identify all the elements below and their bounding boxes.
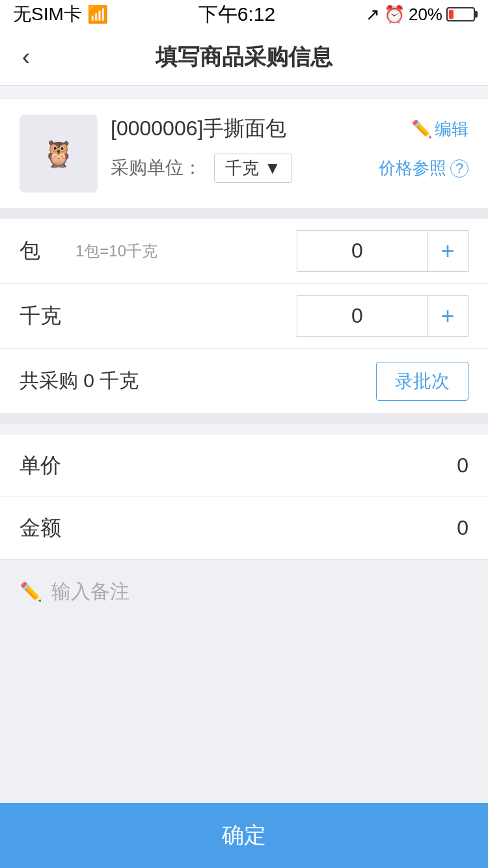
status-bar: 无SIM卡 📶 下午6:12 ↗ ⏰ 20% — [0, 0, 488, 29]
battery-fill — [449, 10, 454, 19]
pencil-icon: ✏️ — [20, 581, 42, 603]
price-ref-button[interactable]: 价格参照 ? — [379, 157, 468, 180]
summary-row: 共采购 0 千克 录批次 — [0, 349, 488, 414]
unit-label-group: 采购单位： 千克 ▼ — [111, 154, 292, 183]
wifi-icon: 📶 — [87, 5, 108, 25]
kg-input-box: + — [297, 295, 468, 337]
back-icon: ‹ — [22, 44, 30, 71]
amount-label: 金额 — [20, 514, 61, 543]
product-name: [0000006]手撕面包 — [111, 115, 286, 143]
price-section: 单价 0 金额 0 — [0, 435, 488, 560]
edit-icon: ✏️ — [411, 119, 432, 139]
product-image: 🦉 — [20, 115, 98, 193]
edit-label: 编辑 — [435, 118, 468, 141]
unit-row: 采购单位： 千克 ▼ 价格参照 ? — [111, 154, 468, 183]
unit-select[interactable]: 千克 ▼ — [214, 154, 292, 183]
battery-percent: 20% — [409, 5, 442, 25]
back-button[interactable]: ‹ — [0, 29, 52, 86]
price-ref-label: 价格参照 — [379, 157, 446, 180]
nav-bar: ‹ 填写商品采购信息 — [0, 29, 488, 86]
product-info: [0000006]手撕面包 ✏️ 编辑 采购单位： 千克 ▼ 价格参照 ? — [111, 115, 468, 183]
kg-plus-icon: + — [441, 303, 454, 330]
carrier-label: 无SIM卡 — [13, 2, 82, 27]
unit-arrow: ▼ — [264, 158, 281, 178]
time-label: 下午6:12 — [198, 1, 275, 28]
location-icon: ↗ — [366, 5, 380, 25]
battery-icon — [446, 7, 475, 21]
divider-bar-2 — [0, 414, 488, 424]
bag-label: 包 — [20, 237, 72, 265]
content-spacer — [0, 623, 488, 803]
amount-value: 0 — [457, 516, 468, 540]
remark-section[interactable]: ✏️ 输入备注 — [0, 560, 488, 623]
product-name-row: [0000006]手撕面包 ✏️ 编辑 — [111, 115, 468, 143]
bag-input-row: 包 1包=10千克 + — [0, 219, 488, 284]
bag-plus-button[interactable]: + — [427, 230, 468, 272]
unit-price-value: 0 — [457, 454, 468, 478]
status-left: 无SIM卡 📶 — [13, 2, 108, 27]
alarm-icon: ⏰ — [384, 5, 405, 25]
amount-row: 金额 0 — [0, 497, 488, 560]
price-ref-help-icon: ? — [450, 159, 468, 178]
unit-value: 千克 — [225, 157, 259, 180]
bag-quantity-input[interactable] — [297, 230, 427, 272]
edit-button[interactable]: ✏️ 编辑 — [411, 118, 468, 141]
bag-plus-icon: + — [441, 237, 454, 265]
kg-plus-button[interactable]: + — [427, 295, 468, 337]
confirm-label: 确定 — [222, 821, 266, 850]
input-section: 包 1包=10千克 + 千克 + — [0, 219, 488, 349]
kg-quantity-input[interactable] — [297, 295, 427, 337]
kg-input-row: 千克 + — [0, 284, 488, 349]
status-right: ↗ ⏰ 20% — [366, 5, 475, 25]
unit-label: 采购单位： — [111, 157, 202, 178]
product-card: 🦉 [0000006]手撕面包 ✏️ 编辑 采购单位： 千克 ▼ — [0, 99, 488, 208]
divider-bar — [0, 208, 488, 219]
bag-sublabel: 1包=10千克 — [75, 241, 297, 262]
product-logo: 🦉 — [42, 139, 75, 169]
batch-button[interactable]: 录批次 — [376, 362, 468, 401]
unit-price-row: 单价 0 — [0, 435, 488, 497]
page-title: 填写商品采购信息 — [156, 42, 332, 72]
remark-placeholder: 输入备注 — [51, 578, 129, 605]
kg-label: 千克 — [20, 302, 72, 331]
bag-input-box: + — [297, 230, 468, 272]
confirm-bar[interactable]: 确定 — [0, 803, 488, 868]
unit-price-label: 单价 — [20, 452, 61, 480]
summary-text: 共采购 0 千克 — [20, 368, 139, 394]
